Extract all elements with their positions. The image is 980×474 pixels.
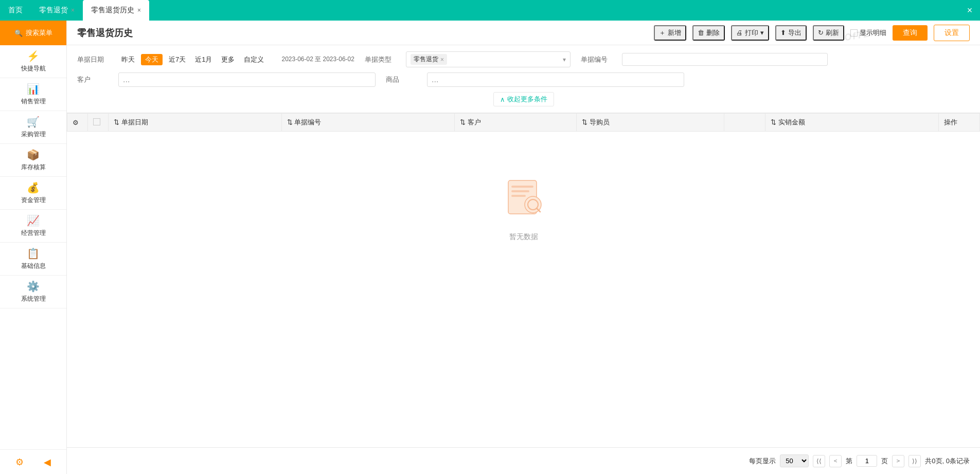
svg-rect-1 bbox=[511, 186, 533, 188]
collapse-label: 收起更多条件 bbox=[507, 95, 547, 104]
sidebar-item-system-mgmt[interactable]: ⚙️ 系统管理 bbox=[0, 276, 66, 308]
sidebar-item-quick-nav[interactable]: ⚡ 快捷导航 bbox=[0, 45, 66, 78]
empty-row: 暂无数据 bbox=[67, 132, 980, 283]
close-tab-retail-return[interactable]: × bbox=[71, 7, 75, 14]
search-icon: 🔍 bbox=[14, 29, 23, 37]
tab-retail-return[interactable]: 零售退货 × bbox=[31, 0, 83, 21]
sidebar-item-operations-label: 经营管理 bbox=[21, 229, 46, 238]
delete-button[interactable]: 🗑 删除 bbox=[692, 25, 725, 41]
th-customer[interactable]: ⇅ 客户 bbox=[455, 114, 577, 132]
customer-filter-label: 客户 bbox=[77, 75, 108, 84]
add-button[interactable]: ＋ 新增 bbox=[654, 25, 686, 41]
show-detail-checkbox[interactable] bbox=[850, 29, 858, 37]
window-close-button[interactable]: × bbox=[959, 0, 980, 21]
settings-button[interactable]: 设置 bbox=[934, 25, 970, 41]
per-page-select[interactable]: 10 20 50 100 bbox=[780, 454, 809, 467]
date-option-yesterday[interactable]: 昨天 bbox=[118, 54, 138, 65]
th-settings[interactable]: ⚙ bbox=[67, 114, 88, 132]
page-number-input[interactable] bbox=[857, 455, 877, 467]
sidebar-item-basic-label: 基础信息 bbox=[21, 262, 46, 270]
th-amount[interactable]: ⇅ 实销金额 bbox=[765, 114, 939, 132]
tab-home-label: 首页 bbox=[8, 6, 23, 15]
goods-filter-label: 商品 bbox=[386, 75, 417, 84]
export-button[interactable]: ⬆ 导出 bbox=[775, 25, 807, 41]
table-header-row: ⚙ ⇅ 单据日期 ⇅ 单据编号 ⇅ 客户 bbox=[67, 114, 980, 132]
tab-home[interactable]: 首页 bbox=[0, 0, 31, 21]
date-option-7days[interactable]: 近7天 bbox=[166, 54, 189, 65]
select-all-checkbox[interactable] bbox=[93, 118, 100, 125]
th-customer-label: ⇅ 客户 bbox=[460, 118, 481, 126]
sidebar-search[interactable]: 🔍 搜索菜单 bbox=[0, 21, 66, 45]
goods-input[interactable]: ... bbox=[427, 72, 684, 87]
collapse-sidebar-icon[interactable]: ◀ bbox=[44, 457, 51, 468]
customer-input[interactable]: ... bbox=[118, 72, 376, 87]
sidebar-item-finance-label: 资金管理 bbox=[21, 196, 46, 205]
sidebar-item-quick-nav-label: 快捷导航 bbox=[21, 64, 46, 73]
settings-gear-icon[interactable]: ⚙ bbox=[15, 457, 24, 468]
empty-text: 暂无数据 bbox=[509, 232, 538, 242]
refresh-button[interactable]: ↻ 刷新 bbox=[813, 25, 844, 41]
th-actions: 操作 bbox=[939, 114, 980, 132]
th-date[interactable]: ⇅ 单据日期 bbox=[109, 114, 282, 132]
add-icon: ＋ bbox=[659, 28, 666, 38]
sidebar-bottom: ⚙ ◀ bbox=[0, 449, 66, 474]
query-button[interactable]: 查询 bbox=[893, 25, 928, 41]
filter-area: 单据日期 昨天 今天 近7天 近1月 更多 自定义 2023-06-02 至 2… bbox=[67, 45, 980, 113]
date-options: 昨天 今天 近7天 近1月 更多 自定义 bbox=[118, 54, 267, 65]
add-label: 新增 bbox=[668, 28, 681, 38]
date-option-today[interactable]: 今天 bbox=[141, 54, 163, 65]
th-checkbox[interactable] bbox=[88, 114, 109, 132]
collapse-filter-button[interactable]: ∧ 收起更多条件 bbox=[493, 92, 554, 106]
settings-table-icon[interactable]: ⚙ bbox=[73, 119, 79, 126]
sidebar-item-finance[interactable]: 💰 资金管理 bbox=[0, 177, 66, 210]
date-option-more[interactable]: 更多 bbox=[218, 54, 238, 65]
prev-page-button[interactable]: ＜ bbox=[829, 455, 842, 467]
operations-icon: 📈 bbox=[27, 214, 40, 227]
voucher-type-dropdown-icon: ▾ bbox=[563, 56, 566, 63]
date-option-custom[interactable]: 自定义 bbox=[241, 54, 267, 65]
voucher-type-label: 单据类型 bbox=[365, 55, 396, 64]
sales-mgmt-icon: 📊 bbox=[27, 83, 40, 95]
page-unit-label: 页 bbox=[881, 457, 888, 466]
last-page-button[interactable]: ⟩⟩ bbox=[908, 455, 921, 467]
print-button[interactable]: 🖨 打印 ▾ bbox=[731, 25, 769, 41]
date-filter-label: 单据日期 bbox=[77, 55, 108, 64]
sidebar-item-inventory[interactable]: 📦 库存核算 bbox=[0, 144, 66, 177]
sidebar-item-purchase-mgmt[interactable]: 🛒 采购管理 bbox=[0, 111, 66, 144]
table-body: 暂无数据 bbox=[67, 132, 980, 283]
sidebar: 🔍 搜索菜单 ⚡ 快捷导航 📊 销售管理 🛒 采购管理 📦 库存核算 💰 资金管… bbox=[0, 21, 67, 474]
sidebar-item-inventory-label: 库存核算 bbox=[21, 163, 46, 172]
svg-rect-2 bbox=[511, 190, 529, 192]
delete-label: 删除 bbox=[706, 28, 720, 38]
th-guide[interactable]: ⇅ 导购员 bbox=[576, 114, 724, 132]
th-actions-label: 操作 bbox=[944, 118, 957, 126]
refresh-label: 刷新 bbox=[826, 28, 839, 38]
close-tab-retail-return-history[interactable]: × bbox=[137, 7, 141, 14]
purchase-mgmt-icon: 🛒 bbox=[27, 116, 40, 128]
sidebar-item-operations[interactable]: 📈 经营管理 bbox=[0, 210, 66, 243]
system-mgmt-icon: ⚙️ bbox=[27, 280, 40, 293]
show-detail-checkbox-wrap[interactable]: 显示明细 bbox=[850, 28, 886, 38]
th-amount-label: ⇅ 实销金额 bbox=[771, 118, 805, 126]
tab-retail-return-history[interactable]: 零售退货历史 × bbox=[83, 0, 149, 21]
first-page-button[interactable]: ⟨⟨ bbox=[813, 455, 825, 467]
next-page-button[interactable]: ＞ bbox=[892, 455, 904, 467]
show-detail-label: 显示明细 bbox=[860, 28, 886, 38]
th-voucher-no[interactable]: ⇅ 单据编号 bbox=[281, 114, 455, 132]
voucher-no-input[interactable] bbox=[622, 53, 828, 66]
tab-retail-return-label: 零售退货 bbox=[39, 6, 68, 15]
date-range-display: 2023-06-02 至 2023-06-02 bbox=[281, 55, 354, 64]
export-label: 导出 bbox=[788, 28, 801, 38]
th-date-label: ⇅ 单据日期 bbox=[114, 118, 148, 126]
sidebar-item-sales-mgmt[interactable]: 📊 销售管理 bbox=[0, 78, 66, 111]
svg-rect-3 bbox=[511, 195, 526, 197]
remove-voucher-type-tag[interactable]: × bbox=[440, 56, 444, 63]
voucher-no-label: 单据编号 bbox=[581, 55, 612, 64]
sidebar-item-system-label: 系统管理 bbox=[21, 295, 46, 303]
date-option-1month[interactable]: 近1月 bbox=[192, 54, 215, 65]
customer-dots: ... bbox=[123, 75, 130, 84]
sidebar-item-basic-info[interactable]: 📋 基础信息 bbox=[0, 243, 66, 276]
voucher-type-input[interactable]: 零售退货 × ▾ bbox=[406, 51, 571, 67]
per-page-label: 每页显示 bbox=[749, 457, 776, 466]
delete-icon: 🗑 bbox=[698, 29, 704, 37]
